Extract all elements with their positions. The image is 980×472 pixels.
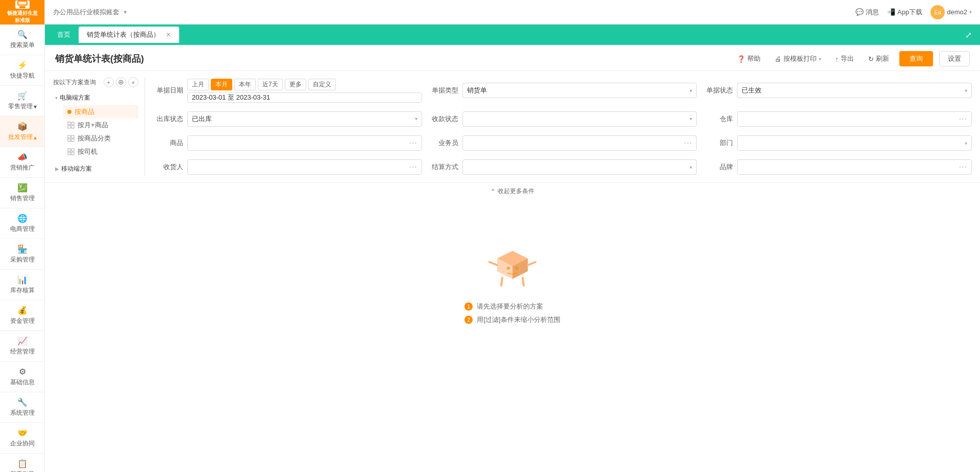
svg-rect-9 xyxy=(71,126,74,128)
empty-tips: 1 请先选择要分析的方案 2 用[过滤]条件来缩小分析范围 xyxy=(464,302,560,324)
export-label: 导出 xyxy=(841,54,854,63)
date-btn-more[interactable]: 更多 xyxy=(285,79,306,90)
consignee-input[interactable]: ··· xyxy=(187,159,422,175)
svg-rect-17 xyxy=(71,152,74,155)
filter-row-storage: 仓库 ··· xyxy=(705,110,972,128)
dept-input[interactable]: ▾ xyxy=(737,135,972,151)
payment-input[interactable]: ▾ xyxy=(462,111,697,127)
sidebar-item-marketing[interactable]: 📣 营销推广 xyxy=(0,147,44,178)
sidebar-item-basic[interactable]: ⚙ 基础信息 xyxy=(0,362,44,392)
refresh-btn[interactable]: ↻ 刷新 xyxy=(864,52,893,65)
type-input[interactable]: 销货单 ▾ xyxy=(462,83,697,98)
type-label: 单据类型 xyxy=(430,86,458,95)
scheme-item-month-goods-label: 按月+商品 xyxy=(78,121,108,130)
storage-dots: ··· xyxy=(959,114,967,124)
help-btn[interactable]: ❓ 帮助 xyxy=(733,52,765,65)
tab-home[interactable]: 首页 xyxy=(49,27,79,43)
tree-arrow-mobile: ▶ xyxy=(55,166,59,172)
scheme-section-mobile-label: 移动端方案 xyxy=(61,164,92,173)
scheme-panel-header: 按以下方案查询 + « xyxy=(53,77,138,87)
page-inner: 销货单统计表(按商品) ❓ 帮助 🖨 按模板打印 ▾ ↑ 导出 xyxy=(45,45,980,472)
svg-rect-11 xyxy=(71,135,74,138)
message-btn[interactable]: 💬 消息 xyxy=(855,8,879,17)
sidebar-item-sales[interactable]: 💹 销售管理 xyxy=(0,178,44,208)
sidebar-item-cooperation[interactable]: 🤝 企业协同 xyxy=(0,423,44,454)
message-label: 消息 xyxy=(866,8,879,17)
svg-point-22 xyxy=(515,267,518,270)
main-container: 办公用品行业模拟账套 ▾ 💬 消息 📲 App下载 Ea demo2 ▾ 首 xyxy=(45,0,980,472)
date-btn-lastmonth[interactable]: 上月 xyxy=(187,79,209,90)
date-quick-btns: 上月 本月 本年 近7天 更多 自定义 xyxy=(187,79,418,90)
tab-close-icon[interactable]: ✕ xyxy=(166,31,171,38)
svg-line-24 xyxy=(523,278,524,286)
settlement-caret: ▾ xyxy=(690,164,692,170)
header-left: 办公用品行业模拟账套 ▾ xyxy=(53,8,127,17)
tree-arrow-pc: ▾ xyxy=(55,95,58,101)
sidebar-item-search[interactable]: 🔍 搜索菜单 xyxy=(0,25,44,55)
warehouse-input[interactable]: 已出库 ▾ xyxy=(187,111,422,127)
sidebar-item-operations[interactable]: 📈 经营管理 xyxy=(0,331,44,362)
scheme-section-mobile[interactable]: ▶ 移动端方案 xyxy=(53,162,138,175)
user-name: demo2 xyxy=(947,8,967,16)
brand-dots: ··· xyxy=(959,162,967,172)
date-range-input[interactable]: 2023-03-01 至 2023-03-31 xyxy=(187,92,422,103)
scheme-edit-btn[interactable] xyxy=(116,77,126,87)
page-content: 销货单统计表(按商品) ❓ 帮助 🖨 按模板打印 ▾ ↑ 导出 xyxy=(45,45,980,472)
app-download-btn[interactable]: 📲 App下载 xyxy=(887,8,922,17)
brand-label: 品牌 xyxy=(705,162,733,172)
print-btn[interactable]: 🖨 按模板打印 ▾ xyxy=(771,52,825,65)
date-btn-thisyear[interactable]: 本年 xyxy=(234,79,256,90)
sidebar-item-wholesale[interactable]: 📦 批发管理 ▴ xyxy=(0,116,44,147)
settlement-input[interactable]: ▾ xyxy=(462,159,697,175)
warehouse-value: 已出库 xyxy=(192,114,212,124)
export-btn[interactable]: ↑ 导出 xyxy=(831,52,859,65)
date-label: 单据日期 xyxy=(155,86,183,95)
brand-input[interactable]: ··· xyxy=(737,159,972,175)
date-btn-custom[interactable]: 自定义 xyxy=(308,79,336,90)
sidebar-item-purchase[interactable]: 🏪 采购管理 xyxy=(0,239,44,270)
date-btn-7days[interactable]: 近7天 xyxy=(258,79,283,90)
scheme-item-driver[interactable]: 按司机 xyxy=(63,145,138,158)
tab-maximize-icon[interactable]: ⤢ xyxy=(961,30,976,40)
user-menu[interactable]: Ea demo2 ▾ xyxy=(930,5,972,19)
scheme-item-month-goods[interactable]: 按月+商品 xyxy=(63,119,138,132)
download-icon: 📲 xyxy=(887,8,895,16)
status-input[interactable]: 已生效 ▾ xyxy=(737,83,972,98)
scheme-item-category[interactable]: 按商品分类 xyxy=(63,132,138,145)
scheme-collapse-btn[interactable]: « xyxy=(128,77,138,87)
sidebar-item-system[interactable]: 🔧 系统管理 xyxy=(0,392,44,423)
filter-fields: 单据日期 上月 本月 本年 近7天 更多 自定义 2023- xyxy=(145,77,972,176)
scheme-item-goods[interactable]: 按商品 xyxy=(63,105,138,119)
user-arrow: ▾ xyxy=(969,9,972,15)
query-btn[interactable]: 查询 xyxy=(899,51,933,66)
collapse-label: 收起更多条件 xyxy=(498,187,534,196)
date-range-value: 2023-03-01 至 2023-03-31 xyxy=(192,93,270,102)
sidebar-item-quicknav[interactable]: ⚡ 快捷导航 xyxy=(0,55,44,86)
collapse-bar[interactable]: ⌃ 收起更多条件 xyxy=(45,182,980,200)
tab-report[interactable]: 销货单统计表（按商品） ✕ xyxy=(79,27,179,43)
tip-text-2: 用[过滤]条件来缩小分析范围 xyxy=(477,315,560,324)
sidebar-item-marketing-label: 营销推广 xyxy=(10,163,35,172)
sidebar-item-search-label: 搜索菜单 xyxy=(10,41,35,50)
date-btn-thismonth[interactable]: 本月 xyxy=(211,79,232,90)
svg-rect-16 xyxy=(68,152,70,155)
finance-icon: 💰 xyxy=(17,305,28,315)
warehouse-caret: ▾ xyxy=(415,116,418,122)
page-actions: ❓ 帮助 🖨 按模板打印 ▾ ↑ 导出 ↻ 刷新 xyxy=(733,51,970,66)
empty-illustration xyxy=(482,241,543,292)
inventory-icon: 📊 xyxy=(17,275,28,285)
settings-btn[interactable]: 设置 xyxy=(939,51,970,66)
breadcrumb-arrow[interactable]: ▾ xyxy=(124,8,127,16)
goods-input[interactable]: ··· xyxy=(187,135,422,151)
scheme-add-btn[interactable]: + xyxy=(104,77,114,87)
scheme-panel: 按以下方案查询 + « ▾ 电脑端方案 xyxy=(53,77,145,176)
sidebar-item-retail[interactable]: 🛒 零售管理 ▾ xyxy=(0,86,44,116)
goods-label: 商品 xyxy=(155,138,183,148)
sidebar-item-guide[interactable]: 📋 新手引导 xyxy=(0,454,44,472)
sidebar-item-inventory[interactable]: 📊 库存核算 xyxy=(0,270,44,300)
salesperson-input[interactable]: ··· xyxy=(462,135,697,151)
storage-input[interactable]: ··· xyxy=(737,111,972,127)
sidebar-item-ecommerce[interactable]: 🌐 电商管理 xyxy=(0,208,44,239)
sidebar-item-finance[interactable]: 💰 资金管理 xyxy=(0,300,44,331)
scheme-section-pc[interactable]: ▾ 电脑端方案 xyxy=(53,91,138,104)
